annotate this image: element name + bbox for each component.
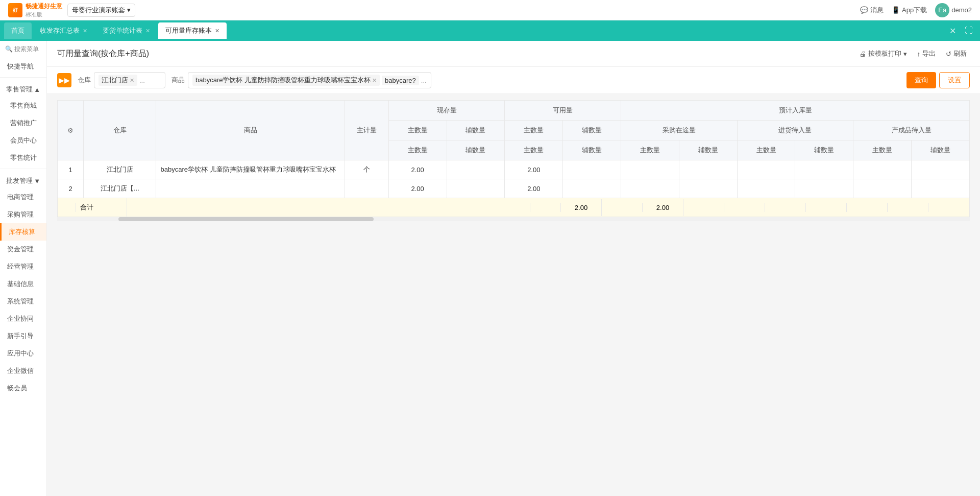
filter-expand-btn[interactable]: ▶▶: [57, 73, 71, 87]
refresh-icon: ↺: [946, 50, 951, 58]
sidebar-item-retail-shop[interactable]: 零售商城: [0, 97, 46, 114]
footer-stock-main: 2.00: [561, 199, 602, 216]
page-title: 可用量查询(按仓库+商品): [57, 49, 149, 59]
sidebar-item-retail-stats[interactable]: 零售统计: [0, 149, 46, 167]
main-layout: 🔍 搜索菜单 快捷导航 零售管理 ▲ 零售商城 营销推广 会员中心 零售统计 批…: [0, 41, 980, 496]
sidebar-section-wholesale[interactable]: 批发管理 ▼: [0, 171, 46, 188]
search-menu[interactable]: 🔍 搜索菜单: [0, 41, 46, 58]
refresh-btn[interactable]: ↺ 刷新: [943, 47, 970, 60]
product-input[interactable]: babycare学饮杯 儿童防摔防撞吸管杯重力球吸嘴杯宝宝水杯 ✕ babyca…: [188, 72, 431, 88]
download-icon: 📱: [892, 6, 900, 14]
sidebar-item-wechat[interactable]: 企业微信: [0, 362, 46, 380]
query-btn[interactable]: 查询: [906, 72, 936, 88]
tab-inventory[interactable]: 可用量库存账本 ✕: [158, 22, 227, 39]
th-purchase-sub: 采购在途量: [621, 121, 738, 140]
sidebar-item-marketing[interactable]: 营销推广: [0, 114, 46, 132]
warehouse-filter: 仓库 江北门店 ✕ ...: [78, 72, 165, 88]
cell-product-aux-0: [912, 160, 970, 179]
sidebar-section-wholesale-label: 批发管理: [6, 176, 33, 185]
sidebar-section-retail[interactable]: 零售管理 ▲: [0, 80, 46, 97]
sidebar-item-ecommerce[interactable]: 电商管理: [0, 188, 46, 206]
tab-order-close[interactable]: ✕: [145, 28, 150, 34]
app-logo: 好: [8, 3, 22, 17]
filter-actions: 查询 设置: [906, 72, 970, 88]
table-row: 2 江北门店【... 2.00 2.00: [58, 179, 970, 198]
cell-purchase-in-main-1: [737, 179, 795, 198]
th-gear[interactable]: ⚙: [58, 101, 84, 160]
tab-order[interactable]: 要货单统计表 ✕: [95, 22, 157, 39]
sidebar-item-member-center[interactable]: 会员中心: [0, 132, 46, 149]
download-label: App下载: [902, 6, 927, 15]
message-btn[interactable]: 💬 消息: [860, 6, 884, 15]
th-stock-main-2: 主数量: [388, 140, 447, 160]
sidebar-item-finance[interactable]: 资金管理: [0, 241, 46, 258]
user-area[interactable]: Ea demo2: [935, 3, 972, 17]
footer-label: 合计: [76, 198, 127, 217]
print-btn[interactable]: 🖨 按模板打印 ▾: [856, 47, 910, 60]
th-avail-aux: 辅数量: [563, 121, 621, 140]
warehouse-tag: 江北门店 ✕: [99, 75, 137, 86]
message-icon: 💬: [860, 6, 868, 14]
cell-index-1: 2: [58, 179, 84, 198]
data-table: ⚙ 仓库 商品 主计量 现存量 可用量 预计入库量 主数量 辅数量 主数量 辅数…: [57, 100, 970, 198]
th-purchase-in-aux: 辅数量: [795, 140, 853, 160]
export-btn[interactable]: ↑ 导出: [914, 47, 939, 60]
sidebar-item-basic[interactable]: 基础信息: [0, 275, 46, 293]
cell-warehouse-1: 江北门店【...: [84, 179, 156, 198]
tab-home[interactable]: 首页: [4, 22, 32, 39]
warehouse-more: ...: [139, 77, 145, 84]
tab-receipt-label: 收发存汇总表: [40, 26, 80, 35]
sidebar-item-guide[interactable]: 新手引导: [0, 327, 46, 345]
product-tag-1-close[interactable]: ✕: [372, 77, 377, 84]
tab-inventory-close[interactable]: ✕: [215, 28, 219, 34]
table-footer: 合计 2.00 2.00: [57, 198, 970, 217]
scroll-thumb: [118, 217, 374, 221]
cell-stock-aux-0: [447, 160, 505, 179]
content-area: 可用量查询(按仓库+商品) 🖨 按模板打印 ▾ ↑ 导出 ↺ 刷新 ▶▶: [47, 41, 980, 496]
footer-purchase-in-aux: [847, 203, 888, 212]
cell-stock-main-1: 2.00: [388, 179, 447, 198]
cell-unit-0: 个: [345, 160, 388, 179]
tab-order-label: 要货单统计表: [103, 26, 142, 35]
th-avail-main: 主数量: [505, 121, 563, 140]
settings-btn[interactable]: 设置: [939, 72, 970, 88]
sidebar-item-system[interactable]: 系统管理: [0, 293, 46, 310]
table-row: 1 江北门店 babycare学饮杯 儿童防摔防撞吸管杯重力球吸嘴杯宝宝水杯 个…: [58, 160, 970, 179]
sidebar-item-quick-nav[interactable]: 快捷导航: [0, 58, 46, 75]
cell-stock-aux-1: [447, 179, 505, 198]
th-purchase-in-sub: 进货待入量: [737, 121, 853, 140]
tab-receipt[interactable]: 收发存汇总表 ✕: [33, 22, 94, 39]
scroll-indicator[interactable]: [57, 217, 970, 221]
product-tag-1: babycare学饮杯 儿童防摔防撞吸管杯重力球吸嘴杯宝宝水杯 ✕: [192, 75, 380, 86]
sidebar-item-purchase[interactable]: 采购管理: [0, 206, 46, 223]
footer-avail-aux: [683, 203, 724, 212]
app-subtitle: 标准版: [26, 11, 62, 18]
sidebar-item-appstore[interactable]: 应用中心: [0, 345, 46, 362]
nav-tabs: 首页 收发存汇总表 ✕ 要货单统计表 ✕ 可用量库存账本 ✕ ✕ ⛶: [0, 20, 980, 41]
th-stock-main: 主数量: [388, 121, 447, 140]
download-btn[interactable]: 📱 App下载: [892, 6, 927, 15]
sidebar-divider-1: [0, 77, 46, 78]
tab-receipt-close[interactable]: ✕: [83, 28, 87, 34]
sidebar-item-inventory[interactable]: 库存核算: [0, 223, 46, 241]
account-selector[interactable]: 母婴行业演示账套 ▾: [67, 4, 135, 17]
tab-inventory-label: 可用量库存账本: [165, 26, 212, 35]
footer-purchase-in-main: [806, 203, 847, 212]
cell-purchase-aux-0: [679, 160, 737, 179]
page-actions: 🖨 按模板打印 ▾ ↑ 导出 ↺ 刷新: [856, 47, 970, 60]
warehouse-tag-close[interactable]: ✕: [130, 77, 134, 84]
cell-purchase-main-1: [621, 179, 679, 198]
tab-close-all-btn[interactable]: ✕: [945, 23, 960, 38]
warehouse-input[interactable]: 江北门店 ✕ ...: [94, 72, 165, 88]
product-filter: 商品 babycare学饮杯 儿童防摔防撞吸管杯重力球吸嘴杯宝宝水杯 ✕ bab…: [172, 72, 431, 88]
tab-home-label: 首页: [11, 26, 24, 35]
sidebar-item-member2[interactable]: 畅会员: [0, 380, 46, 397]
sidebar-item-business[interactable]: 经营管理: [0, 258, 46, 275]
th-stock-aux-2: 辅数量: [447, 140, 505, 160]
sidebar-item-enterprise[interactable]: 企业协同: [0, 310, 46, 327]
tab-expand-btn[interactable]: ⛶: [962, 23, 976, 38]
th-forecast-group: 预计入库量: [621, 101, 970, 121]
top-bar: 好 畅捷通好生意 标准版 母婴行业演示账套 ▾ 💬 消息 📱 App下载 Ea …: [0, 0, 980, 20]
message-label: 消息: [870, 6, 884, 15]
sidebar-divider-2: [0, 169, 46, 169]
